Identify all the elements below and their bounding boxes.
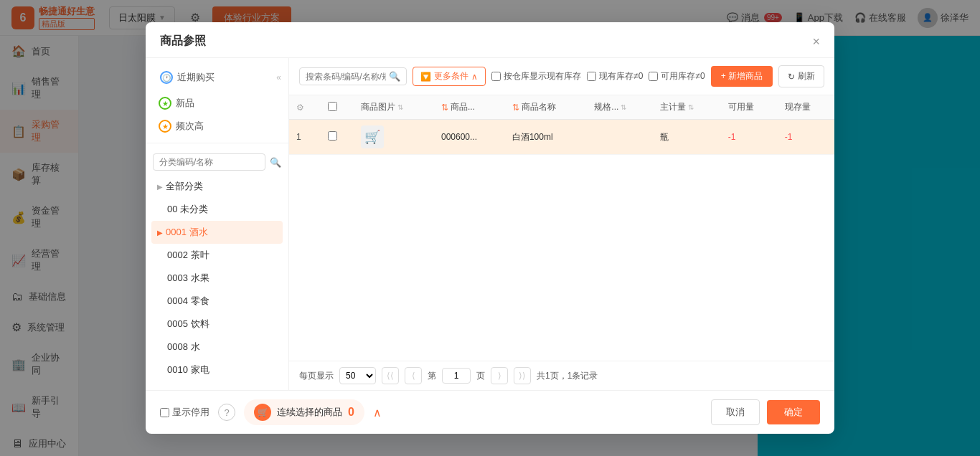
available-stock-checkbox[interactable] bbox=[649, 72, 658, 81]
footer-right: 取消 确定 bbox=[711, 399, 820, 425]
category-search: 🔍 bbox=[146, 149, 288, 175]
add-product-button[interactable]: + 新增商品 bbox=[711, 66, 773, 87]
refresh-button[interactable]: ↻ 刷新 bbox=[778, 65, 824, 87]
row-stock: -1 bbox=[778, 120, 834, 155]
show-disabled-checkbox[interactable] bbox=[160, 408, 169, 417]
sort-image-icon: ⇅ bbox=[397, 103, 403, 111]
th-settings[interactable]: ⚙ bbox=[289, 95, 321, 120]
active-arrow: ▶ bbox=[157, 229, 163, 237]
cancel-button[interactable]: 取消 bbox=[711, 399, 760, 425]
checkbox-warehouse-stock[interactable]: 按仓库显示现有库存 bbox=[491, 70, 581, 82]
th-image[interactable]: 商品图片⇅ bbox=[354, 95, 434, 120]
cat-00[interactable]: 00 未分类 bbox=[151, 198, 283, 221]
quick-filter-frequent[interactable]: ★ 频次高 bbox=[151, 115, 283, 137]
first-page-button[interactable]: ⟨⟨ bbox=[382, 367, 399, 384]
row-name: 白酒100ml bbox=[505, 120, 587, 155]
product-table-container: ⚙ 商品图片⇅ ⇅商品... ⇅商品名称 规格...⇅ 主计量⇅ 可用量 现存量 bbox=[289, 95, 834, 361]
th-checkbox[interactable] bbox=[321, 95, 354, 120]
pagination-bar: 每页显示 50 10 20 100 ⟨⟨ ⟨ 第 页 ⟩ ⟩⟩ 共1页，1条记录 bbox=[289, 361, 834, 390]
th-unit[interactable]: 主计量⇅ bbox=[653, 95, 721, 120]
sort-code-icon: ⇅ bbox=[441, 103, 448, 113]
row-num: 1 bbox=[289, 120, 321, 155]
cart-area[interactable]: 🛒 连续选择的商品 0 bbox=[244, 399, 364, 425]
per-page-select[interactable]: 50 10 20 100 bbox=[339, 367, 376, 384]
footer-left: 显示停用 bbox=[160, 406, 209, 419]
modal-body: 🕐 近期购买 « ★ 新品 ★ 频次高 bbox=[146, 58, 834, 390]
more-filters-button[interactable]: 🔽 更多条件 ∧ bbox=[413, 67, 486, 86]
th-stock[interactable]: 现存量 bbox=[778, 95, 834, 120]
collapse-up-button[interactable]: ∧ bbox=[373, 406, 382, 419]
help-icon[interactable]: ? bbox=[218, 404, 235, 421]
select-all-checkbox[interactable] bbox=[328, 102, 337, 111]
quick-filter-recent[interactable]: 🕐 近期购买 bbox=[153, 67, 222, 88]
prev-page-button[interactable]: ⟨ bbox=[405, 367, 422, 384]
th-available[interactable]: 可用量 bbox=[721, 95, 778, 120]
row-code: 000600... bbox=[434, 120, 505, 155]
th-name[interactable]: ⇅商品名称 bbox=[505, 95, 587, 120]
page-number-input[interactable] bbox=[442, 368, 471, 384]
new-icon: ★ bbox=[159, 97, 171, 110]
th-spec[interactable]: 规格...⇅ bbox=[587, 95, 653, 120]
show-disabled-checkbox-label[interactable]: 显示停用 bbox=[160, 406, 209, 419]
row-select-checkbox[interactable] bbox=[328, 131, 337, 141]
refresh-icon: ↻ bbox=[788, 72, 795, 82]
row-spec bbox=[587, 120, 653, 155]
collapse-icon[interactable]: « bbox=[276, 72, 281, 82]
category-search-icon[interactable]: 🔍 bbox=[270, 157, 281, 168]
table-row[interactable]: 1 🛒 000600... 白酒100ml 瓶 -1 -1 bbox=[289, 120, 834, 155]
row-available: -1 bbox=[721, 120, 778, 155]
modal-right-panel: 🔍 🔽 更多条件 ∧ 按仓库显示现有库存 现有库存≠0 bbox=[289, 58, 834, 390]
last-page-button[interactable]: ⟩⟩ bbox=[514, 367, 531, 384]
cat-0002[interactable]: 0002 茶叶 bbox=[151, 244, 283, 267]
frequent-icon: ★ bbox=[159, 120, 171, 133]
product-search-box: 🔍 bbox=[299, 67, 407, 85]
current-stock-checkbox[interactable] bbox=[587, 72, 596, 81]
checkbox-available-stock[interactable]: 可用库存≠0 bbox=[649, 70, 705, 82]
confirm-button[interactable]: 确定 bbox=[767, 400, 820, 424]
modal-footer: 显示停用 ? 🛒 连续选择的商品 0 ∧ 取消 确定 bbox=[146, 390, 834, 434]
product-table: ⚙ 商品图片⇅ ⇅商品... ⇅商品名称 规格...⇅ 主计量⇅ 可用量 现存量 bbox=[289, 95, 834, 155]
product-search-icon[interactable]: 🔍 bbox=[389, 71, 400, 82]
row-checkbox[interactable] bbox=[321, 120, 354, 155]
cat-0004[interactable]: 0004 零食 bbox=[151, 290, 283, 313]
sort-spec-icon: ⇅ bbox=[621, 103, 626, 111]
sort-unit-icon: ⇅ bbox=[688, 103, 694, 111]
category-search-input[interactable] bbox=[153, 153, 265, 171]
modal-toolbar: 🔍 🔽 更多条件 ∧ 按仓库显示现有库存 现有库存≠0 bbox=[289, 58, 834, 95]
cat-all[interactable]: ▶ 全部分类 bbox=[151, 175, 283, 198]
cat-0008[interactable]: 0008 水 bbox=[151, 336, 283, 358]
modal-header: 商品参照 × bbox=[146, 22, 834, 58]
row-image: 🛒 bbox=[354, 120, 434, 155]
cat-0003[interactable]: 0003 水果 bbox=[151, 267, 283, 290]
modal-overlay: 商品参照 × 🕐 近期购买 « ★ 新品 bbox=[0, 0, 980, 456]
product-reference-modal: 商品参照 × 🕐 近期购买 « ★ 新品 bbox=[146, 22, 834, 434]
modal-close-button[interactable]: × bbox=[812, 35, 820, 48]
next-page-button[interactable]: ⟩ bbox=[491, 367, 508, 384]
quick-filter-new[interactable]: ★ 新品 bbox=[151, 92, 283, 114]
filter-icon: 🔽 bbox=[420, 72, 431, 82]
product-image: 🛒 bbox=[361, 125, 384, 148]
recent-icon: 🕐 bbox=[160, 71, 173, 84]
cat-0005[interactable]: 0005 饮料 bbox=[151, 313, 283, 336]
sort-name-icon: ⇅ bbox=[512, 103, 519, 113]
cat-0001[interactable]: ▶ 0001 酒水 bbox=[151, 221, 283, 244]
cart-icon: 🛒 bbox=[254, 404, 271, 421]
modal-title: 商品参照 bbox=[160, 34, 206, 49]
warehouse-stock-checkbox[interactable] bbox=[491, 72, 501, 81]
th-code[interactable]: ⇅商品... bbox=[434, 95, 505, 120]
modal-left-panel: 🕐 近期购买 « ★ 新品 ★ 频次高 bbox=[146, 58, 289, 390]
expand-arrow: ▶ bbox=[157, 183, 163, 191]
checkbox-current-stock[interactable]: 现有库存≠0 bbox=[587, 70, 643, 82]
quick-filters: 🕐 近期购买 « ★ 新品 ★ 频次高 bbox=[146, 67, 288, 143]
row-unit: 瓶 bbox=[653, 120, 721, 155]
category-list: ▶ 全部分类 00 未分类 ▶ 0001 酒水 0002 茶叶 0003 水果 bbox=[146, 175, 288, 381]
cat-0010[interactable]: 0010 家电 bbox=[151, 358, 283, 381]
product-search-input[interactable] bbox=[306, 72, 386, 82]
